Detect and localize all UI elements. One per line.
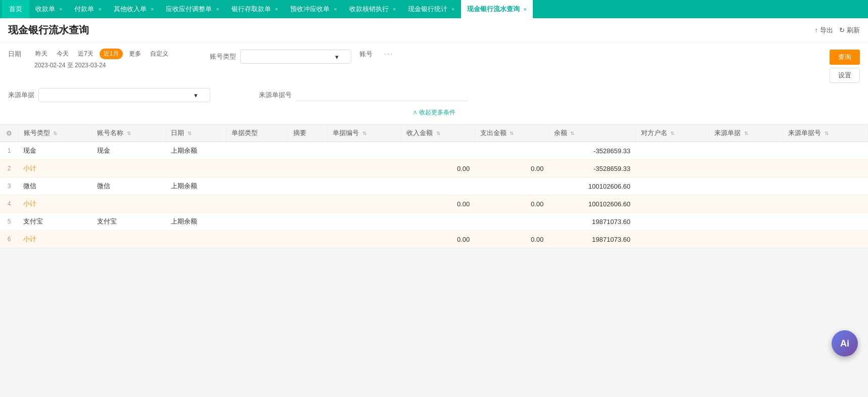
table-row: 6小计0.000.0019871073.60 (0, 231, 868, 248)
nav-other-income-close[interactable]: × (151, 0, 154, 18)
col-doc-no[interactable]: 单据编号 ⇅ (328, 124, 401, 142)
col-summary[interactable]: 摘要 (288, 124, 327, 142)
row-index: 6 (0, 231, 18, 248)
date-opt-more[interactable]: 更多 (126, 49, 144, 59)
col-income[interactable]: 收入金额 ⇅ (401, 124, 475, 142)
col-account-type[interactable]: 账号类型 ⇅ (18, 124, 92, 142)
row-source-doc (709, 231, 783, 248)
settings-button[interactable]: 设置 (830, 68, 860, 83)
row-expense (475, 178, 549, 195)
col-account-type-label: 账号类型 (24, 129, 50, 137)
row-account-name (92, 231, 166, 248)
row-account-type: 小计 (18, 160, 92, 178)
nav-ar-ap-adjust-close[interactable]: × (216, 0, 219, 18)
date-opt-1month[interactable]: 近1月 (100, 49, 123, 59)
collapse-label: 收起更多条件 (419, 109, 455, 116)
source-doc-no-input[interactable] (296, 89, 468, 101)
nav-cash-stat-close[interactable]: × (451, 0, 454, 18)
collapse-bar[interactable]: ∧ 收起更多条件 (8, 105, 860, 118)
row-index: 3 (0, 178, 18, 195)
nav-writeoff-close[interactable]: × (393, 0, 396, 18)
col-source-doc-no[interactable]: 来源单据号 ⇅ (783, 124, 868, 142)
row-doc-no (328, 160, 401, 178)
date-opt-yesterday[interactable]: 昨天 (32, 49, 51, 59)
nav-cash-stat[interactable]: 现金银行统计 × (402, 0, 461, 18)
col-account-name-sort: ⇅ (127, 130, 131, 136)
row-doc-type (226, 195, 288, 213)
query-button[interactable]: 查询 (830, 50, 860, 65)
nav-bank-deposit-close[interactable]: × (275, 0, 278, 18)
col-doc-type[interactable]: 单据类型 (226, 124, 288, 142)
nav-cash-stat-label: 现金银行统计 (408, 0, 447, 18)
account-type-select[interactable] (240, 50, 351, 64)
row-source-doc-no (783, 231, 868, 248)
account-type-label: 账号类型 (210, 52, 236, 61)
row-account-type: 支付宝 (18, 213, 92, 231)
date-filter-label: 日期 (8, 50, 28, 59)
row-counterpart (635, 195, 709, 213)
row-source-doc-no (783, 213, 868, 231)
row-date (166, 160, 226, 178)
nav-prepaid[interactable]: 预收冲应收单 × (284, 0, 343, 18)
export-icon: ↑ (815, 26, 818, 34)
account-no-more[interactable]: ··· (384, 50, 393, 59)
source-doc-select[interactable] (38, 88, 210, 102)
collapse-icon: ∧ (413, 109, 419, 116)
row-balance: 19871073.60 (549, 213, 635, 231)
col-account-type-sort: ⇅ (53, 130, 57, 136)
refresh-button[interactable]: ↻ 刷新 (839, 26, 860, 35)
nav-receipt-close[interactable]: × (59, 0, 62, 18)
row-balance: -3528659.33 (549, 142, 635, 160)
row-account-name (92, 195, 166, 213)
col-settings[interactable]: ⚙ (0, 124, 18, 142)
nav-home-label: 首页 (9, 0, 22, 18)
nav-receipt[interactable]: 收款单 × (29, 0, 68, 18)
date-opt-7days[interactable]: 近7天 (75, 49, 97, 59)
table-container: ⚙ 账号类型 ⇅ 账号名称 ⇅ 日期 ⇅ 单据类型 摘要 (0, 124, 868, 248)
nav-bank-deposit-label: 银行存取款单 (232, 0, 271, 18)
row-doc-type (226, 178, 288, 195)
row-counterpart (635, 213, 709, 231)
nav-bank-deposit[interactable]: 银行存取款单 × (225, 0, 284, 18)
filter-area: 日期 昨天 今天 近7天 近1月 更多 自定义 2023-02-24 至 202… (0, 42, 868, 124)
date-opt-today[interactable]: 今天 (54, 49, 72, 59)
col-date-label: 日期 (171, 129, 184, 137)
nav-home[interactable]: 首页 (2, 0, 29, 18)
row-date: 上期余额 (166, 142, 226, 160)
nav-other-income[interactable]: 其他收入单 × (108, 0, 160, 18)
export-button[interactable]: ↑ 导出 (815, 26, 834, 35)
nav-ar-ap-adjust[interactable]: 应收应付调整单 × (160, 0, 225, 18)
date-opt-custom[interactable]: 自定义 (147, 49, 171, 59)
row-doc-no (328, 178, 401, 195)
row-balance: -3528659.33 (549, 160, 635, 178)
row-source-doc-no (783, 142, 868, 160)
row-counterpart (635, 178, 709, 195)
row-doc-no (328, 213, 401, 231)
col-account-name[interactable]: 账号名称 ⇅ (92, 124, 166, 142)
nav-receipt-label: 收款单 (35, 0, 55, 18)
settings-gear-icon[interactable]: ⚙ (6, 129, 12, 137)
row-counterpart (635, 160, 709, 178)
row-date: 上期余额 (166, 213, 226, 231)
nav-payment-close[interactable]: × (98, 0, 101, 18)
col-counterpart[interactable]: 对方户名 ⇅ (635, 124, 709, 142)
col-balance-label: 余额 (554, 129, 567, 137)
row-account-type: 微信 (18, 178, 92, 195)
col-expense[interactable]: 支出金额 ⇅ (475, 124, 549, 142)
row-index: 2 (0, 160, 18, 178)
nav-cash-flow[interactable]: 现金银行流水查询 × (461, 0, 533, 18)
nav-writeoff[interactable]: 收款核销执行 × (343, 0, 402, 18)
nav-cash-flow-label: 现金银行流水查询 (467, 0, 520, 18)
row-account-name: 现金 (92, 142, 166, 160)
row-income: 0.00 (401, 231, 475, 248)
col-balance-sort: ⇅ (570, 130, 574, 136)
nav-cash-flow-close[interactable]: × (524, 0, 527, 18)
nav-prepaid-close[interactable]: × (334, 0, 337, 18)
source-doc-label: 来源单据 (8, 91, 34, 100)
refresh-label: 刷新 (847, 26, 860, 35)
nav-payment[interactable]: 付款单 × (68, 0, 107, 18)
col-source-doc[interactable]: 来源单据 ⇅ (709, 124, 783, 142)
row-source-doc-no (783, 160, 868, 178)
col-balance[interactable]: 余额 ⇅ (549, 124, 635, 142)
col-date[interactable]: 日期 ⇅ (166, 124, 226, 142)
